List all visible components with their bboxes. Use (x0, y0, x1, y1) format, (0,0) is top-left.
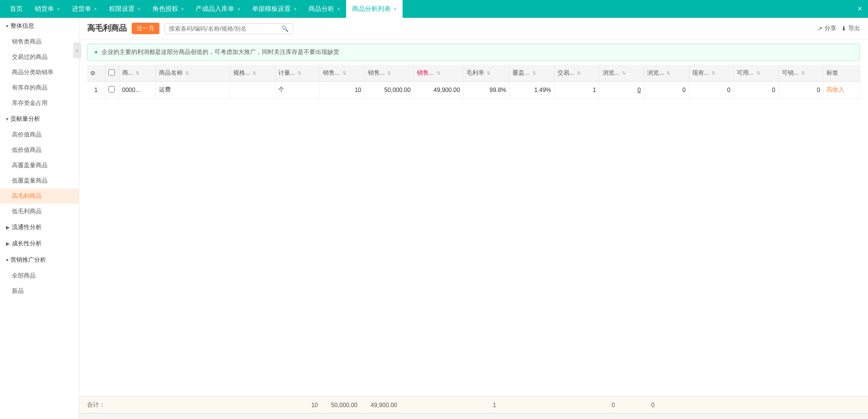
marketing-group-label: 营销推广分析 (10, 256, 46, 264)
footer-sale-cost: 49,900.00 (360, 402, 400, 409)
footer-sale-qty (113, 402, 281, 409)
nav-sales-close[interactable]: × (57, 6, 60, 12)
td-checkbox[interactable] (105, 82, 119, 98)
sidebar-item-new-goods[interactable]: 新品 (0, 283, 79, 299)
nav-permission-close[interactable]: × (138, 6, 141, 12)
nav-template[interactable]: 单据模板设置 × (246, 0, 303, 18)
sidebar-item-high-coverage[interactable]: 高覆盖量商品 (0, 158, 79, 173)
select-all-checkbox[interactable] (108, 69, 115, 76)
sidebar-group-marketing[interactable]: ▾ 营销推广分析 (0, 252, 79, 268)
td-sale-qty: 10 (320, 82, 365, 98)
nav-analysis-list[interactable]: 商品分析列表 × (346, 0, 403, 18)
td-name[interactable]: 运费 (156, 82, 230, 98)
contribution-arrow-icon: ▾ (6, 116, 8, 122)
search-input[interactable] (169, 25, 281, 32)
th-tag[interactable]: 标签 (823, 65, 860, 82)
td-saleable: 0 (778, 82, 823, 98)
sort-view2-icon: ⇅ (666, 71, 670, 76)
td-view1[interactable]: 0 (599, 82, 644, 98)
sidebar-item-stock-capital[interactable]: 库存资金占用 (0, 95, 79, 111)
search-icon[interactable]: 🔍 (281, 25, 289, 32)
th-coverage[interactable]: 覆盖... ⇅ (510, 65, 555, 82)
th-view1[interactable]: 浏览... ⇅ (599, 65, 644, 82)
th-name[interactable]: 商品名称 ⇅ (156, 65, 230, 82)
nav-stock-in-label: 产成品入库单 (196, 4, 234, 13)
th-settings[interactable]: ⚙ (87, 65, 105, 82)
nav-purchase-close[interactable]: × (94, 6, 97, 12)
table-row: 1 0000... 运费 (87, 82, 860, 98)
th-checkbox[interactable] (105, 65, 119, 82)
th-available[interactable]: 可用... ⇅ (734, 65, 779, 82)
bottom-scrollbar[interactable] (79, 413, 868, 419)
th-sale-qty[interactable]: 销售... ⇅ (320, 65, 365, 82)
nav-sales[interactable]: 销货单 × (29, 0, 66, 18)
table-container: ⚙ 商... ⇅ 商品名称 ⇅ (79, 65, 868, 396)
th-sale-cost[interactable]: 销售... ⇅ (414, 65, 463, 82)
td-code: 0000... (119, 82, 156, 98)
table-footer: 合计： 10 50,000.00 49,900.00 1 (79, 396, 868, 413)
sidebar-item-low-coverage[interactable]: 低覆盖量商品 (0, 173, 79, 188)
sidebar-item-low-value[interactable]: 低价值商品 (0, 142, 79, 158)
sidebar-item-high-value[interactable]: 高价值商品 (0, 127, 79, 142)
th-code[interactable]: 商... ⇅ (119, 65, 156, 82)
nav-stock-in-close[interactable]: × (237, 6, 240, 12)
sidebar-group-overview[interactable]: ▾ 整体信息 (0, 18, 79, 34)
nav-purchase[interactable]: 进货单 × (66, 0, 103, 18)
th-gross-rate[interactable]: 毛利率 ⇅ (463, 65, 510, 82)
info-banner-text: 企业的主要的利润都是这部分商品创造的，可考虑加大推广，同时关注库存是不要出现缺货 (102, 48, 339, 56)
info-icon: ✦ (94, 49, 99, 56)
sort-current-icon: ⇅ (712, 71, 715, 76)
filter-recent-month-btn[interactable]: 近一月 (132, 23, 159, 34)
nav-sales-label: 销货单 (35, 4, 54, 13)
window-close-btn[interactable]: × (858, 4, 862, 13)
sidebar-group-growth[interactable]: ▶ 成长性分析 (0, 235, 79, 252)
share-btn[interactable]: ↗ 分享 (817, 24, 836, 33)
sidebar-item-low-margin[interactable]: 低毛利商品 (0, 204, 79, 219)
nav-stock-in[interactable]: 产成品入库单 × (190, 0, 246, 18)
overview-arrow-icon: ▾ (6, 23, 8, 29)
sort-saleable-icon: ⇅ (801, 71, 805, 76)
td-index: 1 (87, 82, 105, 98)
nav-role-label: 角色授权 (153, 4, 178, 13)
td-trade: 1 (555, 82, 600, 98)
nav-analysis-label: 商品分析 (308, 4, 334, 13)
nav-analysis[interactable]: 商品分析 × (303, 0, 346, 18)
nav-template-close[interactable]: × (294, 6, 297, 12)
share-icon: ↗ (817, 25, 822, 32)
td-gross-rate: 99.8% (463, 82, 510, 98)
contribution-group-label: 贡献量分析 (10, 115, 40, 123)
sort-name-icon: ⇅ (185, 71, 189, 76)
th-trade[interactable]: 交易... ⇅ (555, 65, 600, 82)
td-spec (230, 82, 275, 98)
sidebar-item-category-rate[interactable]: 商品分类助销率 (0, 65, 79, 80)
td-tag: 高收入 (823, 82, 860, 98)
th-spec[interactable]: 规格... ⇅ (230, 65, 275, 82)
nav-role-close[interactable]: × (181, 6, 184, 12)
nav-home[interactable]: 首页 (4, 0, 29, 18)
footer-label: 合计： (87, 401, 105, 409)
sidebar-item-traded-goods[interactable]: 交易过的商品 (0, 49, 79, 65)
export-btn[interactable]: ⬇ 导出 (841, 24, 860, 33)
th-view2[interactable]: 浏览... ⇅ (644, 65, 689, 82)
sidebar-item-high-margin[interactable]: 高毛利商品 (0, 188, 79, 204)
sidebar-item-stock-goods[interactable]: 有库存的商品 (0, 80, 79, 95)
nav-role[interactable]: 角色授权 × (147, 0, 190, 18)
th-saleable[interactable]: 可销... ⇅ (778, 65, 823, 82)
sort-grossrate-icon: ⇅ (487, 71, 491, 76)
th-unit[interactable]: 计量... ⇅ (275, 65, 320, 82)
sidebar-collapse-btn[interactable]: « (73, 43, 81, 58)
sidebar-item-all-goods[interactable]: 全部商品 (0, 268, 79, 283)
td-current: 0 (689, 82, 734, 98)
nav-analysis-list-close[interactable]: × (394, 6, 397, 12)
sidebar-item-sale-goods[interactable]: 销售类商品 (0, 34, 79, 49)
search-box: 🔍 (164, 23, 293, 34)
th-current[interactable]: 现有... ⇅ (689, 65, 734, 82)
main-layout: ▾ 整体信息 销售类商品 交易过的商品 商品分类助销率 有库存的商品 库存资金占… (0, 18, 868, 419)
sidebar-group-liquidity[interactable]: ▶ 流通性分析 (0, 219, 79, 235)
nav-analysis-close[interactable]: × (337, 6, 340, 12)
sidebar-group-contribution[interactable]: ▾ 贡献量分析 (0, 111, 79, 127)
nav-permission[interactable]: 权限设置 × (103, 0, 147, 18)
nav-home-label: 首页 (10, 4, 23, 13)
th-sale-amt[interactable]: 销售... ⇅ (364, 65, 414, 82)
row-checkbox[interactable] (108, 86, 115, 93)
